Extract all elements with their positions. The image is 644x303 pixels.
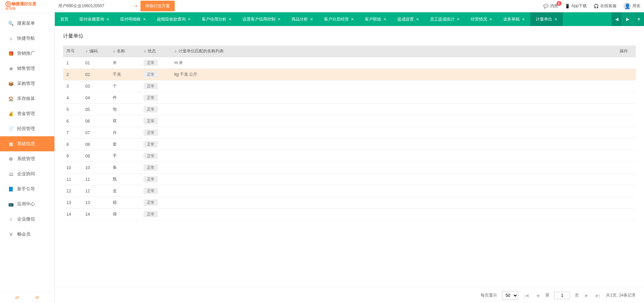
sidebar-item-13[interactable]: ○企业微信 — [0, 212, 54, 227]
messages-link[interactable]: 💬 消息 6 — [543, 3, 558, 9]
close-icon[interactable]: ✕ — [383, 17, 386, 22]
sidebar-item-7[interactable]: 📄经营管理 — [0, 121, 54, 136]
close-icon[interactable]: ✕ — [416, 17, 419, 22]
user-menu[interactable]: 👤 用友 — [623, 2, 641, 10]
cell-alias — [171, 127, 612, 139]
tab-11[interactable]: 经营情况✕ — [465, 12, 498, 26]
trial-plan-button[interactable]: 体验行业方案 — [140, 1, 175, 11]
sort-icon: ▲▼ — [85, 50, 88, 53]
app-download-link[interactable]: 📱 App下载 — [565, 3, 587, 9]
brand-logo: b畅捷通好生意 标准版 — [3, 1, 48, 11]
tab-1[interactable]: 应付余额查询✕ — [74, 12, 115, 26]
table-row[interactable]: 1313箱正常 — [63, 197, 636, 209]
sidebar-item-6[interactable]: 💰资金管理 — [0, 106, 54, 121]
close-icon[interactable]: ✕ — [522, 17, 525, 22]
tab-0[interactable]: 首页 — [55, 12, 74, 26]
tab-13[interactable]: 计量单位✕ — [530, 12, 563, 26]
table-row[interactable]: 1212盒正常 — [63, 185, 636, 197]
table-row[interactable]: 1010条正常 — [63, 162, 636, 174]
close-icon[interactable]: ✕ — [277, 17, 281, 22]
sidebar-item-8[interactable]: ▦基础信息 — [0, 136, 54, 151]
table-row[interactable]: 404件正常 — [63, 92, 636, 104]
per-page-select[interactable]: 50 — [502, 291, 518, 300]
table-row[interactable]: 1414袋正常 — [63, 209, 636, 220]
sidebar-item-2[interactable]: 🎁营销推广 — [0, 46, 54, 61]
table-row[interactable]: 909手正常 — [63, 150, 636, 162]
tab-4[interactable]: 客户信用分析✕ — [196, 12, 237, 26]
wechat-icon: ○ — [8, 216, 14, 222]
col-code[interactable]: ▲▼编码 — [82, 46, 109, 57]
footer-icon-2[interactable]: ⟳ — [35, 295, 39, 300]
table-row[interactable]: 505包正常 — [63, 104, 636, 115]
sidebar-item-4[interactable]: 📦采购管理 — [0, 76, 54, 91]
sidebar-item-12[interactable]: 📺应用中心 — [0, 197, 54, 212]
cell-alias — [171, 150, 612, 162]
sidebar-item-0[interactable]: 🔍搜索菜单 — [0, 16, 54, 31]
cell-idx: 11 — [63, 174, 82, 185]
col-index[interactable]: 序号 — [63, 46, 82, 57]
tab-8[interactable]: 客户联络✕ — [359, 12, 392, 26]
tab-3[interactable]: 超期应收款查询✕ — [151, 12, 196, 26]
tab-12[interactable]: 业务草稿✕ — [498, 12, 530, 26]
table-row[interactable]: 1111瓶正常 — [63, 174, 636, 185]
col-alias[interactable]: ▲▼计量单位匹配的名称列表 — [171, 46, 612, 57]
table-row[interactable]: 606双正常 — [63, 115, 636, 127]
table-row[interactable]: 303个正常 — [63, 80, 636, 92]
tab-7[interactable]: 客户分层经营✕ — [319, 12, 359, 26]
sidebar-item-label: 采购管理 — [17, 80, 35, 87]
col-name[interactable]: ▲▼名称 — [109, 46, 140, 57]
tab-scroll-right[interactable]: ▶ — [622, 12, 633, 26]
account-selector[interactable]: 用户690企业1660120507 ▾ — [58, 3, 137, 9]
tab-5[interactable]: 设置客户信用控制✕ — [237, 12, 286, 26]
close-icon[interactable]: ✕ — [228, 17, 232, 22]
page-next[interactable]: ▶ — [584, 293, 590, 298]
tab-2[interactable]: 应付明细账✕ — [115, 12, 151, 26]
cell-status: 正常 — [140, 174, 171, 185]
cell-code: 14 — [82, 209, 109, 220]
table-row[interactable]: 707台正常 — [63, 127, 636, 139]
close-icon[interactable]: ✕ — [188, 17, 191, 22]
close-icon[interactable]: ✕ — [310, 17, 313, 22]
status-badge: 正常 — [144, 71, 158, 78]
table-row[interactable]: 808套正常 — [63, 139, 636, 150]
footer-icon-1[interactable]: ⇄ — [15, 295, 19, 300]
sidebar-item-3[interactable]: ⊕销售管理 — [0, 61, 54, 76]
tab-9[interactable]: 提成设置✕ — [392, 12, 424, 26]
close-icon[interactable]: ✕ — [106, 17, 109, 22]
sidebar-item-label: 销售管理 — [17, 65, 35, 72]
sidebar-item-10[interactable]: 🗂企业协同 — [0, 166, 54, 181]
sidebar-item-1[interactable]: ⌂快捷导航 — [0, 31, 54, 46]
cell-idx: 8 — [63, 139, 82, 150]
status-badge: 正常 — [144, 83, 158, 89]
table-row[interactable]: 101米正常m 米 — [63, 57, 636, 69]
close-icon[interactable]: ✕ — [554, 17, 557, 22]
tab-label: 客户信用分析 — [202, 16, 226, 22]
sidebar-item-11[interactable]: 📘新手引导 — [0, 181, 54, 197]
close-icon[interactable]: ✕ — [457, 17, 460, 22]
page-input[interactable] — [554, 292, 570, 299]
tab-6[interactable]: 商品分析✕ — [286, 12, 319, 26]
cell-idx: 2 — [63, 69, 82, 80]
page-first[interactable]: |◀ — [523, 293, 530, 298]
close-icon[interactable]: ✕ — [489, 17, 492, 22]
cell-idx: 9 — [63, 150, 82, 162]
page-prev[interactable]: ◀ — [535, 293, 541, 298]
close-icon[interactable]: ✕ — [351, 17, 354, 22]
cell-ops — [612, 69, 636, 80]
page-last[interactable]: ▶| — [594, 293, 601, 298]
tab-label: 业务草稿 — [503, 16, 520, 22]
tab-10[interactable]: 员工提成统计✕ — [424, 12, 465, 26]
support-link[interactable]: 🎧 在线客服 — [594, 3, 617, 9]
col-status[interactable]: ▲▼状态 — [140, 46, 171, 57]
table-row[interactable]: 202千克正常kg 千克 公斤 — [63, 69, 636, 80]
cell-name: 套 — [109, 139, 140, 150]
tab-label: 应付明细账 — [120, 16, 141, 22]
sidebar-item-14[interactable]: V畅会员 — [0, 227, 54, 242]
sidebar-item-5[interactable]: 🏠库存核算 — [0, 91, 54, 106]
tab-close-all[interactable]: ✕ — [633, 12, 644, 26]
close-icon[interactable]: ✕ — [143, 17, 146, 22]
headset-icon: 🎧 — [594, 4, 599, 9]
user-label: 用友 — [632, 3, 641, 9]
tab-scroll-left[interactable]: ◀ — [611, 12, 622, 26]
sidebar-item-9[interactable]: ⚙系统管理 — [0, 151, 54, 166]
